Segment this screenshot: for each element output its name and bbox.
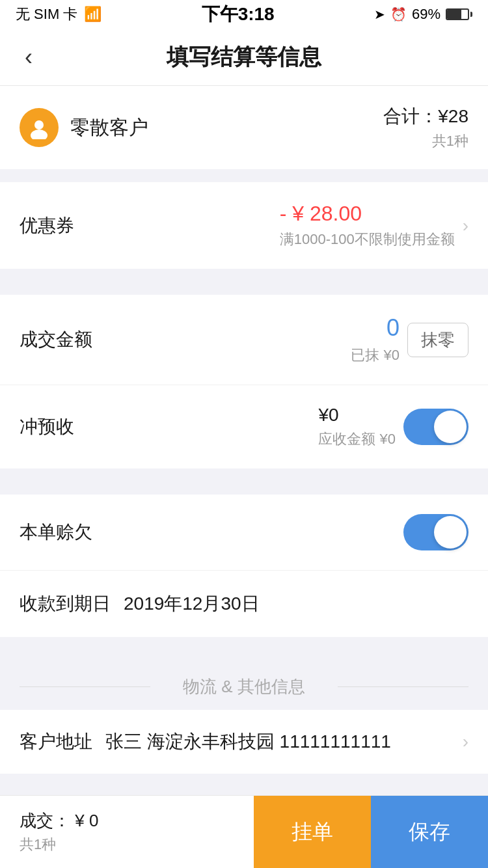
nav-bar: ‹ 填写结算等信息 [0,29,488,86]
due-date-value: 2019年12月30日 [124,591,260,616]
advance-label: 冲预收 [20,414,74,439]
transaction-label: 成交金额 [20,327,92,352]
coupon-right: - ¥ 28.00 满1000-100不限制使用金额 › [280,202,468,249]
battery-icon [446,8,472,20]
bottom-summary: 成交： ¥ 0 共1种 [0,809,254,854]
debt-toggle[interactable] [403,514,468,550]
debt-label: 本单赊欠 [20,520,92,545]
logistics-divider: 物流 & 其他信息 [0,663,488,710]
coupon-label: 优惠券 [20,213,74,238]
round-button[interactable]: 抹零 [407,323,468,357]
customer-summary: 合计：¥28 共1种 [383,104,468,151]
customer-row: 零散客户 合计：¥28 共1种 [0,86,488,169]
no-sim-text: 无 SIM 卡 [16,5,77,24]
due-date-row: 收款到期日 2019年12月30日 [0,571,488,637]
customer-left: 零散客户 [20,108,148,147]
status-bar: 无 SIM 卡 📶 下午3:18 ➤ ⏰ 69% [0,0,488,29]
bottom-count: 共1种 [20,835,234,854]
address-row[interactable]: 客户地址 张三 海淀永丰科技园 11111111111 › [0,710,488,774]
address-chevron-icon: › [463,731,468,752]
transaction-amount-input[interactable] [321,314,400,342]
debt-row: 本单赊欠 [0,495,488,571]
advance-value: ¥0 [318,405,396,426]
hold-button[interactable]: 挂单 [254,796,371,869]
coupon-desc: 满1000-100不限制使用金额 [280,230,455,249]
svg-point-1 [31,129,47,139]
address-section: 客户地址 张三 海淀永丰科技园 11111111111 › [0,710,488,774]
coupon-section: 优惠券 - ¥ 28.00 满1000-100不限制使用金额 › [0,182,488,269]
save-button[interactable]: 保存 [371,796,488,869]
bottom-bar: 成交： ¥ 0 共1种 挂单 保存 [0,795,488,868]
toggle-knob [434,411,467,443]
status-right: ➤ ⏰ 69% [374,6,472,23]
address-value: 张三 海淀永丰科技园 11111111111 [105,729,463,754]
chevron-right-icon: › [463,215,468,236]
due-date-label: 收款到期日 [20,591,111,616]
transaction-row: 成交金额 已抹 ¥0 抹零 [0,295,488,385]
status-left: 无 SIM 卡 📶 [16,5,102,24]
transaction-sub: 已抹 ¥0 [321,346,400,365]
bottom-deal-value: ¥ 0 [75,811,98,830]
coupon-row[interactable]: 优惠券 - ¥ 28.00 满1000-100不限制使用金额 › [0,182,488,269]
debt-right [403,514,468,550]
advance-row: 冲预收 ¥0 应收金额 ¥0 [0,385,488,468]
advance-toggle[interactable] [403,409,468,445]
bottom-deal-label: 成交： [20,811,70,830]
debt-section: 本单赊欠 收款到期日 2019年12月30日 [0,495,488,637]
avatar [20,108,59,147]
alarm-icon: ⏰ [390,7,407,22]
location-icon: ➤ [374,7,385,22]
svg-point-0 [34,120,44,129]
customer-name: 零散客户 [70,115,148,141]
status-time: 下午3:18 [202,2,275,27]
page-title: 填写结算等信息 [167,42,321,72]
coupon-value: - ¥ 28.00 [280,202,455,226]
back-button[interactable]: ‹ [18,37,39,77]
main-content: 零散客户 合计：¥28 共1种 优惠券 - ¥ 28.00 满1000-100不… [0,86,488,865]
customer-total: 合计：¥28 [383,104,468,129]
transaction-section: 成交金额 已抹 ¥0 抹零 冲预收 ¥0 应收金额 ¥0 [0,295,488,468]
customer-count: 共1种 [383,131,468,151]
advance-sub: 应收金额 ¥0 [318,429,396,449]
advance-right: ¥0 应收金额 ¥0 [318,405,468,449]
address-label: 客户地址 [20,729,92,754]
bottom-deal: 成交： ¥ 0 [20,809,234,832]
logistics-label: 物流 & 其他信息 [183,675,305,698]
transaction-right: 已抹 ¥0 抹零 [321,314,468,365]
debt-toggle-knob [434,516,467,549]
wifi-icon: 📶 [84,6,102,23]
battery-text: 69% [412,6,441,23]
